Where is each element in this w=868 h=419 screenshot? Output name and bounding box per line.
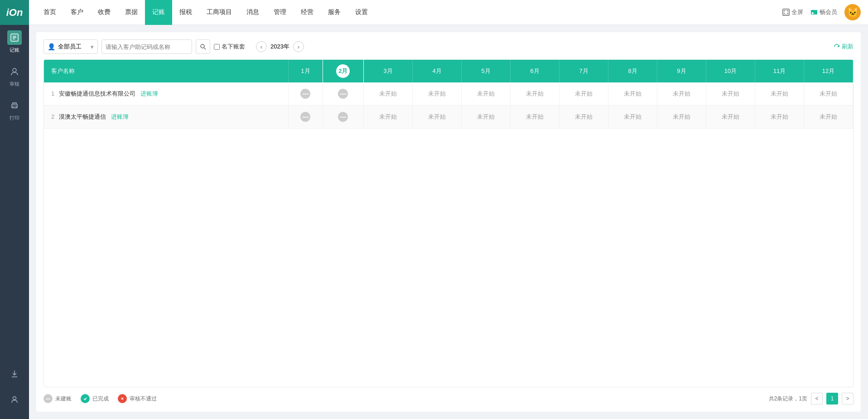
fullscreen-label: 全屏 xyxy=(791,8,803,16)
nav-manage[interactable]: 管理 xyxy=(266,0,294,25)
user-icon xyxy=(7,392,22,406)
col-m3: 3月 xyxy=(364,60,413,82)
row2-m3: 未开始 xyxy=(364,106,413,129)
mine-checkbox-label[interactable]: 名下账套 xyxy=(214,43,245,51)
active-month-circle: 2月 xyxy=(336,64,350,78)
row2-index: 2 xyxy=(51,113,54,120)
refresh-label: 刷新 xyxy=(842,43,854,51)
fullscreen-icon xyxy=(782,9,790,16)
next-year-button[interactable]: › xyxy=(293,41,304,52)
row1-m2: — xyxy=(323,82,364,106)
refresh-icon xyxy=(834,43,840,50)
col-name: 客户名称 xyxy=(44,60,289,82)
nav-operation[interactable]: 经营 xyxy=(294,0,321,25)
table-row: 2 漠澳太平畅捷通信 进账簿 — — 未开始 未开始 未开始 未开始 未开始 未… xyxy=(44,106,853,129)
nav-settings[interactable]: 设置 xyxy=(348,0,375,25)
table-row: 1 安徽畅捷通信息技术有限公司 进账簿 — — 未开始 未开始 未开始 未开始 … xyxy=(44,82,853,106)
row2-m7: 未开始 xyxy=(559,106,608,129)
row1-m4: 未开始 xyxy=(413,82,462,106)
legend-dot-gray xyxy=(43,394,53,403)
row2-m4: 未开始 xyxy=(413,106,462,129)
row1-company-name: 安徽畅捷通信息技术有限公司 xyxy=(59,90,135,97)
page-1-button[interactable]: 1 xyxy=(826,393,838,405)
avatar[interactable]: 🐱 xyxy=(844,4,861,20)
row2-company-name: 漠澳太平畅捷通信 xyxy=(59,113,106,120)
nav-home[interactable]: 首页 xyxy=(36,0,63,25)
col-m2: 2月 xyxy=(323,60,364,82)
status-dash: — xyxy=(300,112,310,122)
main-table: 客户名称 1月 2月 3月 4月 xyxy=(44,60,853,129)
year-nav: ‹ 2023年 › xyxy=(256,41,304,52)
next-page-button[interactable]: > xyxy=(842,393,854,405)
vip-btn[interactable]: ▶ 畅会员 xyxy=(810,8,837,16)
prev-page-button[interactable]: < xyxy=(811,393,823,405)
legend-completed: 已完成 xyxy=(81,394,109,403)
svg-point-4 xyxy=(13,68,16,72)
row2-enter-link[interactable]: 进账簿 xyxy=(111,113,129,120)
row1-m7: 未开始 xyxy=(559,82,608,106)
legend-label-teal: 已完成 xyxy=(92,395,109,403)
legend-failed: 审核不通过 xyxy=(118,394,157,403)
search-input[interactable] xyxy=(101,39,192,54)
nav-message[interactable]: 消息 xyxy=(239,0,266,25)
nav-invoice[interactable]: 票据 xyxy=(118,0,145,25)
refresh-button[interactable]: 刷新 xyxy=(834,43,854,51)
employee-select[interactable]: 👤 全部员工 ▾ xyxy=(43,39,98,54)
row2-m1: — xyxy=(289,106,323,129)
print-icon xyxy=(7,98,22,113)
sidebar-item-ledger[interactable]: 记账 xyxy=(0,25,29,59)
row1-index: 1 xyxy=(51,90,54,97)
row2-name-cell: 2 漠澳太平畅捷通信 进账簿 xyxy=(44,106,289,129)
vip-label: 畅会员 xyxy=(820,8,837,16)
nav-ledger[interactable]: 记账 xyxy=(145,0,172,25)
vip-icon: ▶ xyxy=(810,9,818,16)
sidebar-item-print[interactable]: 打印 xyxy=(0,93,29,127)
nav-service[interactable]: 服务 xyxy=(321,0,348,25)
audit-icon xyxy=(7,64,22,79)
sidebar-item-audit[interactable]: 审核 xyxy=(0,59,29,93)
col-m12: 12月 xyxy=(804,60,853,82)
row1-name-cell: 1 安徽畅捷通信息技术有限公司 进账簿 xyxy=(44,82,289,106)
row1-m11: 未开始 xyxy=(755,82,804,106)
table-header-row: 客户名称 1月 2月 3月 4月 xyxy=(44,60,853,82)
nav-right: 全屏 ▶ 畅会员 🐱 xyxy=(782,4,861,20)
row2-m5: 未开始 xyxy=(462,106,511,129)
sidebar-item-download[interactable] xyxy=(0,361,29,386)
svg-point-12 xyxy=(201,44,204,48)
col-m6: 6月 xyxy=(511,60,559,82)
sidebar-audit-label: 审核 xyxy=(10,81,19,87)
mine-checkbox[interactable] xyxy=(214,44,220,50)
row2-m8: 未开始 xyxy=(608,106,657,129)
row1-m1: — xyxy=(289,82,323,106)
main-container: 首页 客户 收费 票据 记账 报税 工商项目 消息 管理 经营 服务 设置 全屏… xyxy=(29,0,868,419)
row1-m3: 未开始 xyxy=(364,82,413,106)
col-m10: 10月 xyxy=(706,60,755,82)
sidebar-ledger-label: 记账 xyxy=(10,47,19,53)
search-button[interactable] xyxy=(196,39,210,54)
nav-client[interactable]: 客户 xyxy=(63,0,91,25)
col-m11: 11月 xyxy=(755,60,804,82)
nav-billing[interactable]: 收费 xyxy=(91,0,118,25)
row1-m6: 未开始 xyxy=(511,82,559,106)
logo: iOn xyxy=(0,0,29,25)
toolbar: 👤 全部员工 ▾ 名下账套 ‹ 2023年 xyxy=(43,39,854,54)
sidebar-item-user[interactable] xyxy=(0,386,29,412)
year-text: 2023年 xyxy=(270,43,289,51)
sidebar-bottom xyxy=(0,361,29,419)
employee-icon: 👤 xyxy=(48,43,55,50)
svg-point-8 xyxy=(13,397,16,400)
nav-tax[interactable]: 报税 xyxy=(172,0,199,25)
ledger-icon xyxy=(7,30,22,45)
legend-not-created: 未建账 xyxy=(43,394,72,403)
legend-label-red: 审核不通过 xyxy=(130,395,157,403)
table-wrapper: 客户名称 1月 2月 3月 4月 xyxy=(43,59,854,387)
row1-m5: 未开始 xyxy=(462,82,511,106)
content-inner: 👤 全部员工 ▾ 名下账套 ‹ 2023年 xyxy=(36,32,861,412)
nav-business[interactable]: 工商项目 xyxy=(199,0,239,25)
fullscreen-btn[interactable]: 全屏 xyxy=(782,8,803,16)
legend-dot-red xyxy=(118,394,127,403)
row1-enter-link[interactable]: 进账簿 xyxy=(140,90,158,97)
svg-rect-14 xyxy=(46,399,50,400)
col-m9: 9月 xyxy=(657,60,706,82)
prev-year-button[interactable]: ‹ xyxy=(256,41,267,52)
